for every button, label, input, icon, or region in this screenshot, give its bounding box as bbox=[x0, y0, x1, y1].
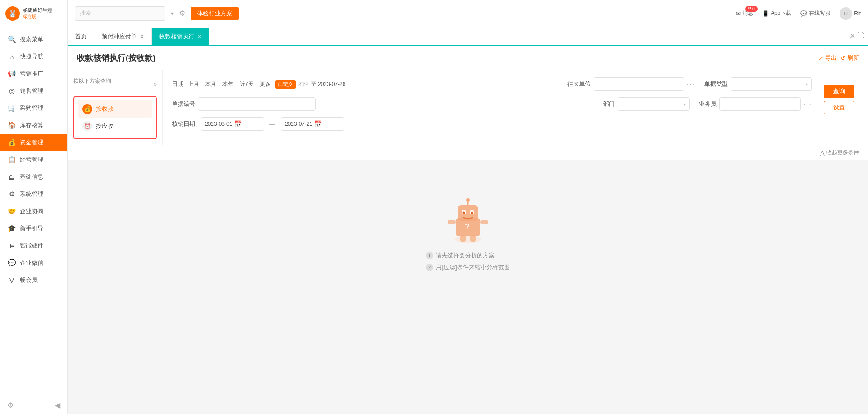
hint-1-text: 请先选择要分析的方案 bbox=[436, 252, 495, 260]
sidebar-item-hardware[interactable]: 🖥 智能硬件 bbox=[0, 237, 67, 254]
topbar-gear-icon[interactable]: ⚙ bbox=[179, 9, 185, 18]
docno-input[interactable] bbox=[198, 97, 316, 111]
sidebar-item-purchase[interactable]: 🛒 采购管理 bbox=[0, 100, 67, 117]
sidebar-item-label: 快捷导航 bbox=[20, 52, 43, 61]
sidebar-item-quicknav[interactable]: ⌂ 快捷导航 bbox=[0, 48, 67, 65]
topbar-search-box[interactable]: 搜索 bbox=[75, 6, 165, 21]
collapse-more-btn[interactable]: ⋀ 收起更多条件 bbox=[820, 149, 859, 157]
filter-left-title: 按以下方案查询 bbox=[73, 76, 153, 87]
sidebar-item-system[interactable]: ⚙ 系统管理 bbox=[0, 186, 67, 203]
counterpart-field: 往来单位 ··· bbox=[354, 77, 695, 91]
tab-label-prepay: 预付冲应付单 bbox=[102, 33, 137, 41]
export-btn[interactable]: ↗ 导出 bbox=[818, 54, 837, 62]
topbar-app-download[interactable]: 📱 App下载 bbox=[762, 10, 791, 17]
tabbar-close-btn[interactable]: ✕ bbox=[849, 32, 855, 40]
doctype-select-arrow: ▾ bbox=[806, 82, 808, 87]
sidebar-item-label: 新手引导 bbox=[20, 224, 43, 233]
settings-icon[interactable]: ⚙ bbox=[7, 401, 14, 409]
sidebar-item-wechat[interactable]: 💬 企业微信 bbox=[0, 254, 67, 271]
tabbar-expand-btn[interactable]: ⛶ bbox=[857, 32, 864, 40]
logo-text-wrap: 畅捷通好生意 标准版 bbox=[23, 7, 52, 20]
topbar-online-service[interactable]: 💬 在线客服 bbox=[800, 10, 830, 17]
guide-icon: 🎓 bbox=[7, 224, 16, 233]
quicknav-icon: ⌂ bbox=[7, 53, 16, 61]
verify-date-start-value: 2023-03-01 bbox=[205, 121, 232, 127]
date-unlimit: 不限 bbox=[298, 81, 308, 88]
page-content: 收款核销执行(按收款) ↗ 导出 ↺ 刷新 按以下方案查询 » � bbox=[68, 46, 868, 414]
sidebar-item-search[interactable]: 🔍 搜索菜单 bbox=[0, 31, 67, 48]
svg-rect-10 bbox=[480, 220, 488, 224]
refresh-btn[interactable]: ↺ 刷新 bbox=[840, 54, 859, 62]
sidebar-item-label: 企业协同 bbox=[20, 207, 43, 215]
date-7days-btn[interactable]: 近7天 bbox=[238, 80, 255, 89]
empty-robot-icon: ? bbox=[443, 196, 493, 246]
sidebar-item-enterprise[interactable]: 🤝 企业协同 bbox=[0, 203, 67, 220]
tab-home[interactable]: 首页 bbox=[68, 28, 94, 45]
sidebar-item-label: 搜索菜单 bbox=[20, 35, 43, 43]
date-label: 日期 bbox=[172, 80, 184, 88]
topbar-user[interactable]: R Rit bbox=[840, 7, 861, 20]
empty-hint-1: 1 请先选择要分析的方案 bbox=[426, 252, 509, 260]
staff-dots-btn[interactable]: ··· bbox=[803, 100, 812, 108]
sidebar-item-guide[interactable]: 🎓 新手引导 bbox=[0, 220, 67, 237]
system-icon: ⚙ bbox=[7, 190, 16, 198]
verify-date-end-cal-icon[interactable]: 📅 bbox=[314, 120, 322, 128]
staff-field: 业务员 ··· bbox=[699, 97, 812, 111]
sidebar-item-operations[interactable]: 📋 经营管理 bbox=[0, 151, 67, 168]
svg-text:?: ? bbox=[465, 222, 470, 231]
staff-label: 业务员 bbox=[699, 100, 717, 108]
sidebar-item-member[interactable]: V 畅会员 bbox=[0, 271, 67, 289]
dept-select[interactable]: ▾ bbox=[618, 97, 690, 111]
date-custom-btn[interactable]: 自定义 bbox=[275, 80, 296, 89]
topbar-chevron-icon[interactable]: ▾ bbox=[171, 10, 174, 17]
industry-btn[interactable]: 体验行业方案 bbox=[191, 7, 239, 20]
date-to-value: 至 2023-07-26 bbox=[311, 81, 346, 88]
date-more-btn[interactable]: 更多 bbox=[258, 80, 273, 89]
setting-btn[interactable]: 设置 bbox=[824, 101, 854, 114]
sidebar-item-sales[interactable]: ◎ 销售管理 bbox=[0, 82, 67, 100]
staff-input[interactable] bbox=[719, 97, 801, 111]
refresh-icon: ↺ bbox=[840, 55, 845, 62]
date-cur-month-btn[interactable]: 本月 bbox=[203, 80, 218, 89]
filter-panel-collapse-btn[interactable]: » bbox=[153, 80, 157, 87]
tabbar-right-controls: ✕ ⛶ bbox=[849, 26, 868, 45]
doctype-select[interactable]: ▾ bbox=[731, 77, 812, 91]
collapse-sidebar-icon[interactable]: ◀ bbox=[55, 401, 60, 409]
logo-sub: 标准版 bbox=[23, 14, 52, 20]
sidebar-item-finance[interactable]: 💰 资金管理 bbox=[0, 134, 67, 151]
logo-text: 畅捷通好生意 bbox=[23, 7, 52, 14]
sales-icon: ◎ bbox=[7, 87, 16, 95]
filter-option-icon-by-receipt: 💰 bbox=[82, 104, 92, 114]
tab-prepay[interactable]: 预付冲应付单✕ bbox=[94, 28, 152, 45]
filter-option-by-receipt[interactable]: 💰 按收款 bbox=[78, 100, 152, 118]
search-placeholder: 搜索 bbox=[80, 10, 91, 17]
empty-hint-2: 2 用[过滤]条件来缩小分析范围 bbox=[426, 263, 509, 271]
sidebar-item-label: 销售管理 bbox=[20, 87, 43, 95]
sidebar-item-marketing[interactable]: 📢 营销推广 bbox=[0, 65, 67, 82]
tab-close-collect[interactable]: ✕ bbox=[197, 33, 202, 40]
counterpart-input[interactable] bbox=[594, 77, 684, 91]
topbar-message[interactable]: ✉ 消息 99+ bbox=[736, 10, 753, 17]
filter-row-1: 日期 上月 本月 本年 近7天 更多 自定义 不限 至 2023-07-26 往… bbox=[172, 77, 812, 91]
filter-left-panel: 按以下方案查询 » 💰 按收款⏰ 按应收 bbox=[68, 70, 163, 145]
date-field: 日期 上月 本月 本年 近7天 更多 自定义 不限 至 2023-07-26 bbox=[172, 80, 345, 89]
date-cur-year-btn[interactable]: 本年 bbox=[221, 80, 235, 89]
sidebar-item-baseinfo[interactable]: 🗂 基础信息 bbox=[0, 168, 67, 186]
docno-field: 单据编号 bbox=[172, 97, 316, 111]
robot-svg: ? bbox=[443, 196, 493, 246]
filter-fields: 日期 上月 本月 本年 近7天 更多 自定义 不限 至 2023-07-26 往… bbox=[172, 77, 812, 138]
sidebar-item-inventory[interactable]: 🏠 库存核算 bbox=[0, 117, 67, 134]
baseinfo-icon: 🗂 bbox=[7, 173, 16, 181]
query-btn[interactable]: 查询 bbox=[824, 85, 854, 98]
date-prev-month-btn[interactable]: 上月 bbox=[186, 80, 201, 89]
date-range-separator: — bbox=[269, 121, 275, 128]
operations-icon: 📋 bbox=[7, 156, 16, 164]
filter-option-by-receivable[interactable]: ⏰ 按应收 bbox=[78, 118, 152, 135]
tab-collect[interactable]: 收款核销执行✕ bbox=[152, 28, 209, 45]
tab-label-home: 首页 bbox=[75, 33, 87, 41]
counterpart-dots-btn[interactable]: ··· bbox=[687, 80, 695, 88]
tab-close-prepay[interactable]: ✕ bbox=[140, 33, 144, 40]
member-icon: V bbox=[7, 276, 16, 284]
verify-date-start-cal-icon[interactable]: 📅 bbox=[234, 120, 242, 128]
dept-select-arrow: ▾ bbox=[684, 102, 686, 107]
